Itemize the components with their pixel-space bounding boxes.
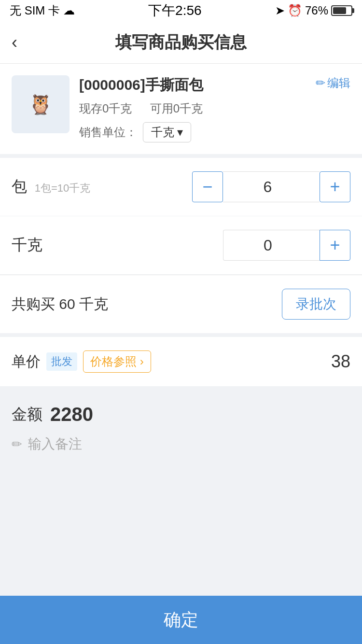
edit-label: 编辑 [327, 75, 350, 91]
dropdown-icon: ▾ [177, 126, 183, 139]
remark-icon: ✏ [12, 437, 22, 452]
amount-label: 金额 [12, 404, 42, 425]
kg-label: 千克 [12, 236, 42, 253]
price-value: 38 [331, 351, 350, 372]
location-icon: ➤ [275, 4, 285, 17]
status-right: ➤ ⏰ 76% [275, 4, 352, 17]
product-section: 🦉 [0000006]手撕面包 ✏ 编辑 现存0千克 可用0千克 销售单位： 千… [0, 64, 362, 158]
stock-text: 现存0千克 [79, 102, 132, 115]
edit-icon: ✏ [316, 76, 325, 90]
product-stock: 现存0千克 可用0千克 [79, 101, 350, 116]
bag-quantity-input[interactable] [223, 171, 320, 202]
amount-row: 金额 2280 [12, 404, 350, 425]
alarm-icon: ⏰ [288, 4, 302, 17]
edit-button[interactable]: ✏ 编辑 [316, 75, 350, 91]
unit-select[interactable]: 千克 ▾ [143, 122, 191, 142]
batch-button[interactable]: 录批次 [282, 289, 350, 320]
remark-row[interactable]: ✏ 输入备注 [12, 435, 350, 453]
product-name: [0000006]手撕面包 [79, 75, 203, 95]
bag-plus-button[interactable]: + [320, 171, 350, 202]
page-title: 填写商品购买信息 [115, 31, 247, 54]
back-button[interactable]: ‹ [12, 32, 17, 53]
kg-label-container: 千克 [12, 235, 223, 256]
price-section: 单价 批发 价格参照 › 38 [0, 337, 362, 390]
status-time: 下午2:56 [148, 1, 202, 20]
bag-minus-button[interactable]: − [192, 171, 223, 202]
kg-plus-button[interactable]: + [320, 230, 350, 261]
status-left: 无 SIM 卡 ☁ [10, 3, 75, 18]
price-ref-button[interactable]: 价格参照 › [83, 350, 151, 373]
total-text: 共购买 60 千克 [12, 294, 108, 314]
unit-label: 销售单位： [79, 125, 137, 140]
product-image: 🦉 [12, 75, 70, 133]
price-tag: 批发 [46, 352, 77, 371]
price-row: 单价 批发 价格参照 › 38 [12, 350, 350, 373]
sim-label: 无 SIM 卡 ☁ [10, 3, 75, 18]
bag-quantity-control: − + [192, 171, 350, 202]
bag-label: 包 [12, 178, 27, 195]
quantity-section: 包 1包=10千克 − + 千克 + [0, 158, 362, 275]
amount-value: 2280 [50, 404, 93, 425]
unit-value: 千克 [151, 125, 174, 140]
product-name-row: [0000006]手撕面包 ✏ 编辑 [79, 75, 350, 95]
bag-label-container: 包 1包=10千克 [12, 176, 192, 197]
available-text [135, 102, 147, 115]
bag-quantity-row: 包 1包=10千克 − + [0, 158, 362, 216]
amount-section: 金额 2280 ✏ 输入备注 [0, 390, 362, 467]
product-unit-row: 销售单位： 千克 ▾ [79, 122, 350, 142]
remark-text: 输入备注 [28, 435, 82, 453]
price-label: 单价 [12, 352, 41, 372]
nav-bar: ‹ 填写商品购买信息 [0, 21, 362, 64]
bag-sublabel: 1包=10千克 [35, 182, 91, 194]
total-row: 共购买 60 千克 录批次 [0, 275, 362, 337]
kg-quantity-row: 千克 + [0, 216, 362, 275]
available-value: 可用0千克 [150, 102, 203, 115]
status-bar: 无 SIM 卡 ☁ 下午2:56 ➤ ⏰ 76% [0, 0, 362, 21]
kg-quantity-input[interactable] [223, 230, 320, 261]
battery-icon [331, 5, 352, 16]
confirm-button[interactable]: 确定 [0, 596, 362, 644]
product-logo: 🦉 [28, 93, 53, 116]
kg-quantity-control: + [223, 230, 350, 261]
price-left: 单价 批发 价格参照 › [12, 350, 151, 373]
battery-percent: 76% [305, 4, 328, 17]
product-info: [0000006]手撕面包 ✏ 编辑 现存0千克 可用0千克 销售单位： 千克 … [79, 75, 350, 142]
